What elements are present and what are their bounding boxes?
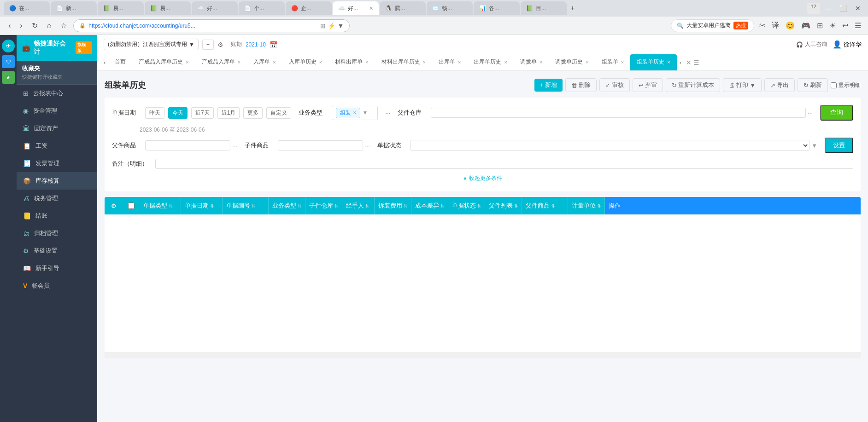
tab-close-assembly[interactable]: ×: [621, 59, 624, 65]
tab-close-transfer[interactable]: ×: [540, 59, 542, 65]
browser-tab-7[interactable]: 🔴 企...: [286, 1, 332, 15]
th-checkbox[interactable]: [123, 202, 140, 209]
window-maximize[interactable]: ⬜: [837, 3, 850, 14]
th-order-date[interactable]: 单据日期 ⇅: [181, 197, 223, 214]
browser-tab-6[interactable]: 📄 个...: [239, 1, 285, 15]
collapse-button[interactable]: ∧ 收起更多条件: [463, 174, 502, 182]
window-minimize[interactable]: —: [822, 3, 835, 14]
date-today[interactable]: 今天: [168, 107, 188, 119]
app-logo-icon[interactable]: ✈: [2, 40, 15, 52]
th-parent-list-sort[interactable]: ⇅: [514, 203, 518, 208]
horizontal-scrollbar[interactable]: [105, 353, 861, 358]
tab-home[interactable]: 首页: [108, 54, 132, 70]
date-7days[interactable]: 近7天: [191, 107, 214, 119]
browser-tab-11[interactable]: 📊 各...: [474, 1, 520, 15]
settings-button[interactable]: 设置: [825, 138, 853, 153]
abandon-button[interactable]: ↩ 弃审: [633, 78, 663, 92]
refresh-button[interactable]: ↻ 刷新: [798, 78, 828, 92]
date-custom[interactable]: 自定义: [266, 107, 291, 119]
parent-warehouse-input[interactable]: [431, 108, 806, 118]
tab-inbound[interactable]: 入库单 ×: [247, 54, 282, 70]
th-cost-diff[interactable]: 成本差异 ⇅: [411, 197, 448, 214]
sidebar-item-settings[interactable]: ⚙ 基础设置: [17, 242, 97, 260]
undo-icon[interactable]: ↩: [841, 20, 850, 31]
date-more[interactable]: 更多: [243, 107, 263, 119]
tab-close-outbound[interactable]: ×: [458, 59, 461, 65]
query-button[interactable]: 查询: [820, 105, 853, 121]
th-disassembly-cost[interactable]: 拆装费用 ⇅: [375, 197, 411, 214]
th-unit-sort[interactable]: ⇅: [597, 203, 601, 208]
tab-outbound[interactable]: 出库单 ×: [432, 54, 467, 70]
sidebar-item-fixed-assets[interactable]: 🏛 固定资产: [17, 120, 97, 137]
tab-close-production-inbound-history[interactable]: ×: [186, 59, 188, 65]
order-status-select[interactable]: [411, 140, 809, 151]
scissors-icon[interactable]: ✂: [758, 20, 767, 31]
sidebar-item-archive[interactable]: 🗂 归档管理: [17, 225, 97, 242]
tab-close-outbound-history[interactable]: ×: [504, 59, 507, 65]
browser-tab-1[interactable]: 🔵 在...: [4, 1, 50, 15]
service-button[interactable]: 🎧 人工咨询: [796, 40, 827, 48]
tab-close-production-inbound[interactable]: ×: [238, 59, 240, 65]
user-profile[interactable]: 👤 徐泽华: [833, 40, 862, 49]
tab-close-material-outbound-history[interactable]: ×: [423, 59, 426, 65]
th-handler-sort[interactable]: ⇅: [365, 203, 369, 208]
tabs-scroll-right[interactable]: ›: [677, 57, 684, 68]
period-value[interactable]: 2021-10: [246, 41, 266, 48]
th-parent-item-sort[interactable]: ⇅: [551, 203, 555, 208]
tab-transfer-history[interactable]: 调拨单历史 ×: [549, 54, 595, 70]
add-company-button[interactable]: +: [202, 40, 214, 50]
tab-material-outbound-history[interactable]: 材料出库单历史 ×: [375, 54, 432, 70]
th-business-type-sort[interactable]: ⇅: [298, 203, 301, 208]
th-order-type[interactable]: 单据类型 ⇅: [140, 197, 181, 214]
business-type-more[interactable]: ···: [385, 110, 390, 116]
menu-icon[interactable]: ☰: [853, 20, 862, 31]
th-parent-item[interactable]: 父件商品 ⇅: [522, 197, 568, 214]
tab-close-8[interactable]: ✕: [369, 6, 373, 12]
add-button[interactable]: + 新增: [534, 79, 563, 92]
sidebar-item-finance[interactable]: ◉ 资金管理: [17, 102, 97, 120]
review-button[interactable]: ✓ 审核: [599, 78, 630, 92]
forward-button[interactable]: ›: [17, 20, 25, 32]
new-tab-button[interactable]: +: [568, 4, 577, 12]
window-close[interactable]: ✕: [851, 3, 864, 14]
sidebar-item-member[interactable]: V 畅会员: [17, 277, 97, 295]
parent-warehouse-more[interactable]: ···: [808, 110, 813, 116]
business-type-field[interactable]: 组装 × ▼: [332, 106, 378, 120]
qr-icon[interactable]: ⊞: [320, 22, 326, 29]
refresh-button[interactable]: ↻: [29, 19, 41, 32]
search-bar[interactable]: 🔍 大量安卓用户逃离 热搜: [671, 19, 754, 32]
tab-transfer[interactable]: 调拨单 ×: [514, 54, 549, 70]
th-order-no-sort[interactable]: ⇅: [252, 203, 255, 208]
th-disassembly-cost-sort[interactable]: ⇅: [404, 203, 407, 208]
tab-assembly[interactable]: 组装单 ×: [595, 54, 630, 70]
tab-close-inbound-history[interactable]: ×: [319, 59, 322, 65]
emoji-icon[interactable]: 😊: [784, 20, 796, 31]
company-selector[interactable]: (勿删勿禁用）江西服宝测试专用 ▼: [104, 39, 199, 50]
recalculate-button[interactable]: ↻ 重新计算成本: [666, 78, 720, 92]
home-button[interactable]: ⌂: [44, 20, 54, 32]
back-button[interactable]: ‹: [6, 20, 13, 32]
bookmark-button[interactable]: ☆: [58, 19, 70, 32]
tab-production-inbound[interactable]: 产成品入库单 ×: [195, 54, 247, 70]
sidebar-item-cloud-reports[interactable]: ⊞ 云报表中心: [17, 85, 97, 102]
tab-outbound-history[interactable]: 出库单历史 ×: [467, 54, 513, 70]
display-detail-label[interactable]: 显示明细: [831, 81, 861, 89]
export-button[interactable]: ↗ 导出: [764, 78, 795, 92]
browser-tab-9[interactable]: 🐧 腾...: [380, 1, 426, 15]
browser-tab-10[interactable]: ✉️ 畅...: [427, 1, 473, 15]
th-business-type[interactable]: 业务类型 ⇅: [269, 197, 305, 214]
tab-close-material-outbound[interactable]: ×: [365, 59, 368, 65]
print-button[interactable]: 🖨 打印 ▼: [723, 78, 762, 92]
grid-icon[interactable]: ⊞: [815, 20, 824, 31]
th-handler[interactable]: 经手人 ⇅: [342, 197, 375, 214]
sidebar-item-payroll[interactable]: 📋 工资: [17, 137, 97, 155]
select-all-checkbox[interactable]: [128, 202, 135, 209]
sidebar-item-closing[interactable]: 📒 结账: [17, 207, 97, 225]
tab-close-inbound[interactable]: ×: [273, 59, 276, 65]
note-input[interactable]: [155, 159, 853, 169]
browser-tab-8[interactable]: ☁️ 好... ✕: [333, 1, 379, 15]
flash-icon[interactable]: ⚡: [328, 22, 335, 29]
sidebar-item-tax[interactable]: 🖨 税务管理: [17, 190, 97, 207]
th-order-status-sort[interactable]: ⇅: [477, 203, 481, 208]
display-detail-checkbox[interactable]: [831, 82, 837, 88]
